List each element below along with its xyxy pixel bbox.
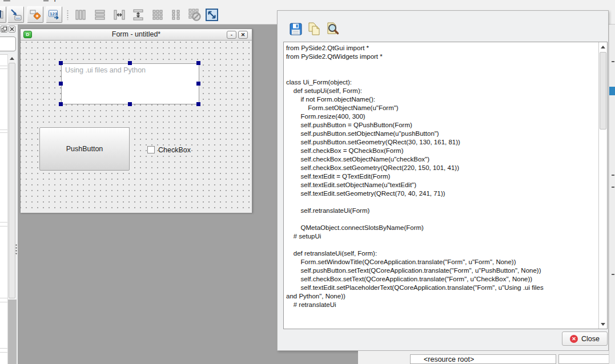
toolbar-separator (67, 10, 69, 20)
break-layout-icon (188, 8, 202, 22)
lay-out-vertically-icon (94, 9, 106, 21)
widget-filter-input[interactable] (0, 37, 15, 51)
selection-handle[interactable] (128, 61, 132, 65)
textedit-placeholder: Using .ui files and Python (65, 66, 146, 74)
form-minimize-button[interactable]: - (227, 31, 236, 39)
selection-handle[interactable] (196, 102, 200, 106)
widget-category-edge (0, 132, 7, 133)
close-button-label: Close (581, 335, 600, 343)
widget-category-edge (0, 222, 7, 223)
widget-category-edge (0, 348, 7, 349)
float-panel-icon (2, 27, 7, 32)
adjust-size-icon (205, 8, 219, 22)
checkbox-widget[interactable]: CheckBox (147, 145, 191, 154)
selection-handle[interactable] (59, 82, 63, 86)
lay-out-horizontally-button[interactable] (72, 6, 89, 23)
widget-category-edge (0, 226, 7, 227)
edit-signals-slots-icon (10, 9, 22, 21)
widget-category-edge (0, 68, 7, 69)
form-designer-window: D Form - untitled* - ✕ PushButton CheckB… (20, 29, 252, 213)
dock-splitter-handle[interactable] (15, 244, 17, 255)
widget-box-scrollbar[interactable] (7, 54, 16, 364)
scrollbar-thumb[interactable] (600, 52, 606, 130)
lay-out-form-layout-button[interactable] (168, 6, 185, 23)
form-window-titlebar[interactable]: D Form - untitled* - ✕ (21, 29, 252, 41)
edit-tab-order-button[interactable]: 123 (46, 6, 62, 23)
lay-out-grid-button[interactable] (149, 6, 166, 23)
lay-out-in-form-layout-icon (170, 9, 183, 21)
close-panel-icon (10, 27, 14, 31)
selection-handle[interactable] (59, 102, 63, 106)
edit-widgets-icon (0, 9, 4, 21)
tree-branch-mark (612, 61, 614, 62)
close-dialog-button[interactable]: ✕ Close (562, 331, 608, 346)
adjust-size-button[interactable] (203, 6, 220, 23)
code-preview-dialog: from PySide2.QtGui import * from PySide2… (277, 10, 609, 351)
selection-handle[interactable] (196, 82, 200, 86)
selection-handle[interactable] (196, 61, 200, 65)
float-panel-button[interactable] (1, 26, 7, 33)
copy-code-button[interactable] (306, 21, 322, 37)
tree-branch-mark (612, 175, 614, 176)
edit-widgets-button-clipped[interactable] (0, 6, 6, 23)
scrollbar-groove[interactable] (8, 300, 17, 364)
scrollbar-up-arrow-icon[interactable] (8, 54, 16, 62)
selected-row-sliver[interactable] (609, 87, 615, 95)
tree-branch-mark (612, 187, 614, 188)
lay-out-horizontally-icon (74, 9, 87, 21)
find-in-code-button[interactable] (324, 21, 340, 37)
selection-handle[interactable] (59, 61, 63, 65)
form-close-button[interactable]: ✕ (238, 31, 248, 39)
save-icon (289, 22, 303, 36)
widget-category-edge (0, 66, 7, 66)
tree-branch-mark (612, 274, 614, 275)
menu-window[interactable]: Window (3, 0, 29, 2)
copy-icon (307, 22, 321, 37)
widget-category-edge (0, 130, 7, 130)
widget-category-edge (0, 298, 7, 298)
widget-box-panel (0, 25, 18, 364)
save-code-button[interactable] (288, 21, 304, 37)
form-window-title: Form - untitled* (21, 30, 252, 38)
widget-filter-field[interactable] (0, 37, 16, 51)
lay-out-vertically-splitter-button[interactable] (130, 6, 147, 23)
checkbox-box[interactable] (147, 146, 155, 153)
menu-help[interactable]: Help (43, 0, 58, 2)
scrollbar-down-arrow-icon[interactable] (599, 321, 607, 327)
red-cross-circle-icon: ✕ (570, 335, 578, 343)
textedit-widget[interactable]: Using .ui files and Python (61, 63, 199, 104)
right-dock-edge (609, 25, 615, 364)
pushbutton-widget[interactable]: PushButton (39, 127, 130, 171)
lay-out-vertically-button[interactable] (91, 6, 108, 23)
resource-preview-box (558, 354, 615, 364)
edit-tab-order-icon: 123 (48, 9, 61, 21)
lay-out-vertically-in-splitter-icon (132, 9, 144, 21)
break-layout-button[interactable] (186, 6, 203, 23)
widget-box-list[interactable] (0, 54, 7, 364)
edit-buddies-icon (29, 9, 42, 21)
resource-browser-panel: <resource root> (358, 351, 615, 364)
generated-code: from PySide2.QtGui import * from PySide2… (286, 44, 597, 309)
widget-category-edge (0, 302, 7, 302)
scrollbar-thumb[interactable] (9, 63, 15, 298)
selection-handle[interactable] (128, 102, 132, 106)
svg-text:123: 123 (50, 11, 58, 16)
lay-out-horizontally-in-splitter-icon (113, 9, 126, 21)
lay-out-horizontally-splitter-button[interactable] (111, 6, 128, 23)
close-panel-button[interactable] (9, 26, 15, 33)
code-text-area[interactable]: from PySide2.QtGui import * from PySide2… (283, 42, 608, 329)
resource-root-item[interactable]: <resource root> (410, 354, 556, 364)
edit-buddies-button[interactable] (27, 6, 43, 23)
widget-category-edge (0, 352, 7, 353)
find-icon (325, 22, 340, 37)
lay-out-in-grid-icon (151, 9, 164, 21)
scrollbar-up-arrow-icon[interactable] (599, 43, 607, 50)
checkbox-label: CheckBox (158, 146, 191, 154)
edit-signals-slots-button[interactable] (7, 6, 24, 23)
code-scrollbar[interactable] (598, 42, 607, 329)
